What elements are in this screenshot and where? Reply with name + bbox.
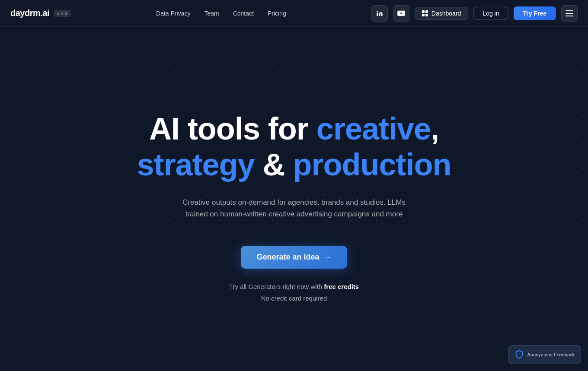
- youtube-icon: [397, 10, 405, 16]
- anonymous-feedback-icon: [514, 350, 524, 359]
- dashboard-label: Dashboard: [431, 10, 461, 17]
- try-free-button[interactable]: Try Free: [514, 6, 556, 20]
- nav-link-team[interactable]: Team: [204, 10, 219, 17]
- dashboard-button[interactable]: Dashboard: [415, 7, 469, 20]
- hamburger-menu-button[interactable]: [561, 5, 578, 22]
- hamburger-line-3: [566, 16, 573, 16]
- cta-sub-prefix: Try all Generators right now with: [229, 283, 324, 290]
- nav-brand: daydrm.ai v 3.0: [10, 8, 71, 18]
- hamburger-line-1: [566, 10, 573, 11]
- nav-link-contact[interactable]: Contact: [233, 10, 254, 17]
- anonymous-feedback-label: Anonymous Feedback: [527, 352, 575, 358]
- hero-subtitle: Creative outputs on-demand for agencies,…: [177, 197, 411, 220]
- version-badge: v 3.0: [54, 10, 71, 17]
- login-button[interactable]: Log in: [473, 7, 508, 20]
- linkedin-icon: [376, 10, 383, 17]
- hamburger-line-2: [566, 13, 573, 14]
- linkedin-button[interactable]: [371, 5, 388, 22]
- youtube-button[interactable]: [393, 5, 409, 22]
- hero-title: AI tools for creative, strategy & produc…: [137, 111, 451, 183]
- navbar: daydrm.ai v 3.0 Data Privacy Team Contac…: [0, 0, 588, 27]
- anonymous-feedback-widget[interactable]: Anonymous Feedback: [508, 345, 581, 364]
- nav-links: Data Privacy Team Contact Pricing: [156, 10, 286, 17]
- logo[interactable]: daydrm.ai: [10, 8, 49, 18]
- cta-subtext: Try all Generators right now with free c…: [229, 281, 359, 304]
- hero-title-prefix: AI tools for: [149, 111, 316, 146]
- arrow-right-icon: →: [324, 253, 332, 262]
- nav-link-data-privacy[interactable]: Data Privacy: [156, 10, 190, 17]
- generate-idea-label: Generate an idea: [256, 253, 319, 262]
- hero-section: AI tools for creative, strategy & produc…: [0, 27, 588, 371]
- dashboard-grid-icon: [422, 10, 428, 16]
- nav-link-pricing[interactable]: Pricing: [268, 10, 286, 17]
- hero-title-creative: creative: [316, 111, 431, 146]
- cta-sub-no-credit: No credit card required: [261, 295, 327, 302]
- hero-title-and: &: [255, 147, 293, 182]
- hero-title-production: production: [293, 147, 451, 182]
- generate-idea-button[interactable]: Generate an idea →: [241, 246, 347, 269]
- hero-title-strategy: strategy: [137, 147, 254, 182]
- cta-sub-bold: free credits: [324, 283, 359, 290]
- nav-actions: Dashboard Log in Try Free: [371, 5, 578, 22]
- hero-title-comma: ,: [431, 111, 439, 146]
